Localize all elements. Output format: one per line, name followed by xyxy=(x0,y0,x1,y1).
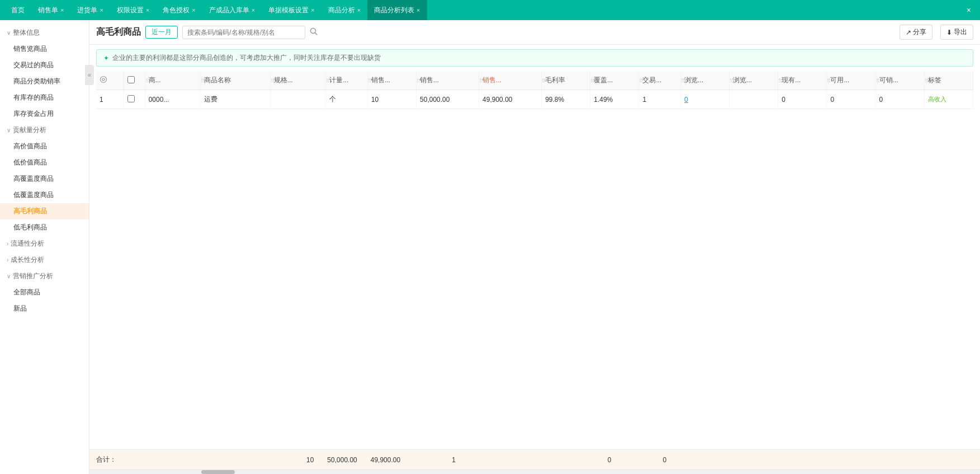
cell-gross-rate: 99.8% xyxy=(542,90,590,109)
top-nav: 首页 销售单 × 进货单 × 权限设置 × 角色授权 × 产成品入库单 × 单据… xyxy=(0,0,980,20)
cell-checkbox[interactable] xyxy=(124,90,145,109)
sidebar-item-category-rate[interactable]: 商品分类助销率 xyxy=(0,73,89,90)
search-input[interactable] xyxy=(182,26,305,39)
share-button[interactable]: ↗ 分享 xyxy=(899,25,932,40)
col-checkbox[interactable] xyxy=(124,71,145,90)
cell-cover-rate: 1.49% xyxy=(590,90,639,109)
close-product-in[interactable]: × xyxy=(252,7,255,13)
col-current-stock[interactable]: ⠿ 现有... xyxy=(778,71,827,90)
sidebar-group-liquidity[interactable]: › 流通性分析 xyxy=(0,236,89,252)
cell-browse1[interactable]: 0 xyxy=(681,90,730,109)
content-panel: 高毛利商品 近一月 ↗ 分享 ⬇ 导出 ✦ 企业的主要的利润都是这部分商品创 xyxy=(89,20,980,474)
sidebar-collapse-btn[interactable]: « xyxy=(85,65,94,85)
bottom-scrollbar[interactable] xyxy=(89,470,980,474)
col-qty[interactable]: ⠿ 销售... xyxy=(367,71,416,90)
svg-point-3 xyxy=(101,77,107,83)
cell-name: 运费 xyxy=(201,90,270,109)
col-settings[interactable] xyxy=(96,71,124,90)
export-button[interactable]: ⬇ 导出 xyxy=(940,25,973,40)
sidebar-group-overall[interactable]: ∨ 整体信息 xyxy=(0,25,89,41)
info-banner: ✦ 企业的主要的利润都是这部分商品创造的，可考虑加大推广，同时关注库存是不要出现… xyxy=(96,49,973,67)
footer-sale-stock: 0 xyxy=(660,456,670,464)
cell-qty: 10 xyxy=(367,90,416,109)
nav-purchase-order[interactable]: 进货单 × xyxy=(70,0,110,20)
col-code[interactable]: ⠿ 商... xyxy=(145,71,201,90)
col-name[interactable]: ⠿ 商品名称 xyxy=(201,71,270,90)
export-icon: ⬇ xyxy=(946,29,952,36)
sidebar-item-traded-goods[interactable]: 交易过的商品 xyxy=(0,57,89,73)
close-all-tabs[interactable]: × xyxy=(962,6,976,15)
close-sales-order[interactable]: × xyxy=(60,7,64,13)
sidebar-item-high-margin[interactable]: 高毛利商品 xyxy=(0,203,89,219)
footer-label: 合计： xyxy=(96,455,141,464)
cell-trade-count: 1 xyxy=(639,90,681,109)
sidebar-item-high-coverage[interactable]: 高覆盖度商品 xyxy=(0,171,89,187)
search-button[interactable] xyxy=(310,27,318,37)
col-trade-count[interactable]: ⠿ 交易... xyxy=(639,71,681,90)
col-browse1[interactable]: ⠿ 浏览... xyxy=(681,71,730,90)
sidebar: ∨ 整体信息 销售览商品 交易过的商品 商品分类助销率 有库存的商品 库存资金占… xyxy=(0,20,89,474)
arrow-liquidity: › xyxy=(7,241,8,247)
sidebar-item-stock-capital[interactable]: 库存资金占用 xyxy=(0,106,89,122)
close-product-analysis-list[interactable]: × xyxy=(416,7,420,13)
col-tag[interactable]: ⠿ 标签 xyxy=(924,71,973,90)
col-sale-stock[interactable]: ⠿ 可销... xyxy=(875,71,924,90)
sidebar-group-growth[interactable]: › 成长性分析 xyxy=(0,252,89,268)
close-role-auth[interactable]: × xyxy=(192,7,195,13)
close-permission[interactable]: × xyxy=(146,7,149,13)
col-avail-stock[interactable]: ⠿ 可用... xyxy=(827,71,875,90)
nav-product-analysis-list[interactable]: 商品分析列表 × xyxy=(367,0,427,20)
info-icon: ✦ xyxy=(103,54,109,62)
nav-sales-order[interactable]: 销售单 × xyxy=(31,0,70,20)
arrow-contribution: ∨ xyxy=(7,127,11,133)
cell-current-stock: 0 xyxy=(778,90,827,109)
col-spec[interactable]: ⠿ 规格... xyxy=(270,71,326,90)
close-template[interactable]: × xyxy=(311,7,314,13)
col-sales-profit[interactable]: ⠿ 销售... xyxy=(479,71,542,90)
sidebar-item-high-value[interactable]: 高价值商品 xyxy=(0,138,89,154)
sidebar-group-contribution[interactable]: ∨ 贡献量分析 xyxy=(0,122,89,138)
arrow-overall: ∨ xyxy=(7,30,11,36)
table-container: ⠿ 商... ⠿ 商品名称 ⠿ 规格... ⠿ xyxy=(89,71,980,449)
footer-trade-count: 1 xyxy=(448,456,459,464)
col-cover-rate[interactable]: ⠿ 覆盖... xyxy=(590,71,639,90)
arrow-growth: › xyxy=(7,257,8,263)
sidebar-item-low-coverage[interactable]: 低覆盖度商品 xyxy=(0,187,89,203)
cell-unit: 个 xyxy=(326,90,368,109)
cell-browse2 xyxy=(730,90,778,109)
footer-qty-val: 10 xyxy=(303,456,317,464)
col-browse2[interactable]: ⠿ 浏览... xyxy=(730,71,778,90)
sidebar-item-low-value[interactable]: 低价值商品 xyxy=(0,154,89,171)
date-filter-btn[interactable]: 近一月 xyxy=(145,26,178,39)
table-header-row: ⠿ 商... ⠿ 商品名称 ⠿ 规格... ⠿ xyxy=(96,71,973,90)
table-row: 1 0000... 运费 个 10 50,000.00 49,900.00 99… xyxy=(96,90,973,109)
sidebar-item-new-goods[interactable]: 新品 xyxy=(0,301,89,317)
footer-current-stock: 0 xyxy=(604,456,615,464)
col-unit[interactable]: ⠿ 计量... xyxy=(326,71,368,90)
sidebar-item-low-margin[interactable]: 低毛利商品 xyxy=(0,219,89,236)
nav-home[interactable]: 首页 xyxy=(4,0,31,20)
content-header: 高毛利商品 近一月 ↗ 分享 ⬇ 导出 xyxy=(89,20,980,45)
cell-spec xyxy=(270,90,326,109)
row-checkbox[interactable] xyxy=(127,95,135,102)
col-gross-rate[interactable]: ⠿ 毛利率 xyxy=(542,71,590,90)
svg-line-1 xyxy=(315,33,318,35)
close-purchase-order[interactable]: × xyxy=(100,7,103,13)
cell-index: 1 xyxy=(96,90,124,109)
svg-point-2 xyxy=(102,78,105,81)
cell-sales-profit: 49,900.00 xyxy=(479,90,542,109)
close-product-analysis[interactable]: × xyxy=(357,7,361,13)
sidebar-item-sales-goods[interactable]: 销售览商品 xyxy=(0,41,89,57)
nav-permission[interactable]: 权限设置 × xyxy=(110,0,156,20)
col-sales-amount[interactable]: ⠿ 销售... xyxy=(416,71,479,90)
sidebar-item-all-goods[interactable]: 全部商品 xyxy=(0,284,89,301)
nav-role-auth[interactable]: 角色授权 × xyxy=(156,0,202,20)
sidebar-group-marketing[interactable]: ∨ 营销推广分析 xyxy=(0,268,89,284)
nav-template[interactable]: 单据模板设置 × xyxy=(262,0,321,20)
sidebar-item-in-stock[interactable]: 有库存的商品 xyxy=(0,90,89,106)
select-all-checkbox[interactable] xyxy=(127,76,135,83)
nav-product-in[interactable]: 产成品入库单 × xyxy=(202,0,262,20)
nav-product-analysis[interactable]: 商品分析 × xyxy=(321,0,367,20)
footer-totals: 合计： 10 50,000.00 49,900.00 1 0 0 xyxy=(89,449,980,470)
cell-sale-stock: 0 xyxy=(875,90,924,109)
